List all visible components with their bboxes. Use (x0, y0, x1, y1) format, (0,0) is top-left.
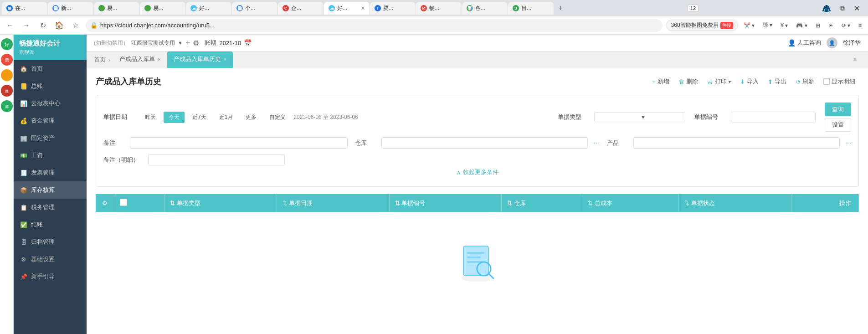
translate-button[interactable]: 译 ▾ (760, 20, 775, 31)
bill-type-select[interactable]: ▼ (594, 112, 685, 122)
tab-t1[interactable]: ◉ 在... (2, 2, 47, 15)
url-bar[interactable]: 🔒 https://cloud.chanjet.com/accounting/u… (86, 19, 663, 32)
print-button[interactable]: 🖨 打印 ▾ (704, 76, 734, 87)
sidebar-item-settlement[interactable]: ✅ 结账 (14, 216, 87, 233)
app-icon-weibo[interactable]: 微 (1, 85, 13, 97)
show-detail-button[interactable]: 显示明细 (820, 76, 859, 87)
period-selector[interactable]: 账期 2021-10 📅 (205, 39, 252, 47)
date-btn-7days[interactable]: 近7天 (187, 112, 211, 123)
sidebar-item-funds[interactable]: 💰 资金管理 (14, 112, 87, 129)
yuan-button[interactable]: ¥ ▾ (778, 21, 791, 30)
product-input[interactable] (633, 137, 840, 149)
date-btn-yesterday[interactable]: 昨天 (140, 112, 161, 123)
restore-button[interactable]: ⧉ (837, 5, 847, 12)
bill-no-column-header[interactable]: ⇅ 单据编号 (389, 194, 502, 212)
date-btn-custom[interactable]: 自定义 (264, 112, 291, 123)
breadcrumb-home[interactable]: 首页 (94, 52, 106, 67)
tab-t10[interactable]: M 畅... (416, 2, 462, 15)
app-icon-orange[interactable] (1, 69, 13, 81)
account-dropdown-icon[interactable]: ▼ (178, 40, 183, 46)
date-btn-today[interactable]: 今天 (164, 112, 185, 123)
sidebar-item-inventory[interactable]: 📦 库存核算 (14, 181, 87, 199)
tab-close-t8[interactable]: ✕ (361, 5, 365, 11)
warehouse-input[interactable] (381, 137, 588, 149)
app-icon-email[interactable]: 邮 (1, 100, 13, 112)
tab-t2[interactable]: 📄 新... (48, 2, 93, 15)
settings-browser-button[interactable]: ≡ (856, 21, 864, 30)
search-hint[interactable]: 360智能抠图免费用 热搜 (666, 20, 738, 31)
more-browser-button[interactable]: ⟳ ▾ (839, 21, 853, 30)
total-cost-column-header[interactable]: ⇅ 总成本 (582, 194, 679, 212)
product-dots-button[interactable]: ··· (845, 139, 851, 147)
account-selector[interactable]: (勿删勿禁用） 江西服宝测试专用 ▼ + ⚙ (94, 38, 199, 48)
sidebar-item-settings[interactable]: ⚙ 基础设置 (14, 251, 87, 268)
close-all-tabs-button[interactable]: × (849, 54, 861, 66)
tab-t12[interactable]: S 目... (508, 2, 554, 15)
settings-filter-button[interactable]: 设置 (825, 118, 851, 132)
import-button[interactable]: ⬇ 导入 (736, 76, 762, 87)
date-btn-1month[interactable]: 近1月 (214, 112, 238, 123)
remark-detail-input[interactable] (148, 154, 285, 165)
bill-type-column-header[interactable]: ⇅ 单据类型 (164, 194, 277, 212)
bill-no-col-label: 单据编号 (401, 200, 425, 206)
tab-t5[interactable]: ☁ 好... (186, 2, 231, 15)
warehouse-column-header[interactable]: ⇅ 仓库 (502, 194, 582, 212)
user-service-link[interactable]: 👤 人工咨询 (788, 39, 821, 47)
sidebar-item-more[interactable]: 📌 新手引导 (14, 268, 87, 285)
sun-button[interactable]: ☀ (826, 21, 836, 30)
refresh-browser-button[interactable]: ↻ (36, 19, 49, 32)
app-icon-red[interactable]: 票 (1, 54, 13, 66)
user-avatar[interactable]: 👤 (827, 37, 837, 48)
tab-t6[interactable]: 📄 个... (232, 2, 277, 15)
sidebar-item-ledger[interactable]: 📒 总账 (14, 77, 87, 95)
sidebar-item-payroll[interactable]: 💵 工资 (14, 147, 87, 164)
tab-t11[interactable]: 📊 各... (462, 2, 508, 15)
bill-status-column-header[interactable]: ⇅ 单据状态 (678, 194, 791, 212)
forward-button[interactable]: → (20, 19, 33, 32)
close-button[interactable]: ✕ (851, 4, 863, 13)
home-browser-button[interactable]: 🏠 (53, 19, 66, 32)
sidebar-item-fixed-assets[interactable]: 🏢 固定资产 (14, 129, 87, 147)
delete-button[interactable]: 🗑 删除 (675, 76, 702, 87)
new-tab-button[interactable]: + (554, 2, 567, 15)
tab-t8[interactable]: ☁ 好... ✕ (324, 2, 370, 15)
export-button[interactable]: ⬆ 导出 (764, 76, 790, 87)
refresh-data-button[interactable]: ↺ 刷新 (792, 76, 818, 87)
sidebar-item-tax[interactable]: 📋 税务管理 (14, 199, 87, 216)
calendar-icon[interactable]: 📅 (244, 39, 252, 46)
filter-section: 单据日期 昨天 今天 近7天 近1月 更多 自定义 2023-06-06 至 2… (96, 95, 859, 187)
sidebar-item-home[interactable]: 🏠 首页 (14, 60, 87, 77)
tab-history-close[interactable]: × (224, 57, 226, 62)
sidebar-item-invoice[interactable]: 🧾 发票管理 (14, 164, 87, 181)
tab-list-page[interactable]: 产成品入库单 × (113, 51, 167, 68)
tab-history-page[interactable]: 产成品入库单历史 × (167, 51, 233, 68)
query-button[interactable]: 查询 (825, 103, 851, 116)
sidebar-item-reports[interactable]: 📊 云报表中心 (14, 95, 87, 112)
cut-tool-button[interactable]: ✂️ ▾ (741, 21, 757, 30)
app-icon-chanjet[interactable]: 好 (1, 38, 13, 50)
bookmark-button[interactable]: ☆ (69, 19, 82, 32)
bill-no-input[interactable] (731, 112, 816, 123)
account-settings-icon[interactable]: ⚙ (193, 39, 199, 47)
tab-t3[interactable]: 🌿 易... (94, 2, 139, 15)
remark-input[interactable] (130, 137, 348, 149)
tab-count-badge[interactable]: 12 (688, 5, 699, 12)
game-button[interactable]: 🎮 ▾ (793, 21, 810, 30)
tab-t7[interactable]: C 企... (278, 2, 324, 15)
gear-column-header[interactable]: ⚙ (96, 194, 114, 212)
bill-date-column-header[interactable]: ⇅ 单据日期 (277, 194, 389, 212)
warehouse-dots-button[interactable]: ··· (593, 139, 599, 147)
tab-t4[interactable]: 🌿 易... (140, 2, 185, 15)
checkbox-column-header[interactable] (114, 194, 164, 212)
grid-button[interactable]: ⊞ (813, 21, 823, 30)
sidebar-item-archive[interactable]: 🗄 归档管理 (14, 233, 87, 251)
tab-t9[interactable]: T 腾... (370, 2, 416, 15)
tab-list-close[interactable]: × (158, 57, 160, 62)
select-all-checkbox[interactable] (120, 199, 127, 206)
date-btn-more[interactable]: 更多 (241, 112, 262, 123)
minimize-button[interactable]: 🧥 (819, 4, 834, 13)
add-account-button[interactable]: + (185, 38, 190, 48)
back-button[interactable]: ← (4, 19, 16, 32)
collapse-button[interactable]: ∧ 收起更多条件 (457, 168, 498, 176)
add-button[interactable]: + 新增 (648, 76, 673, 87)
